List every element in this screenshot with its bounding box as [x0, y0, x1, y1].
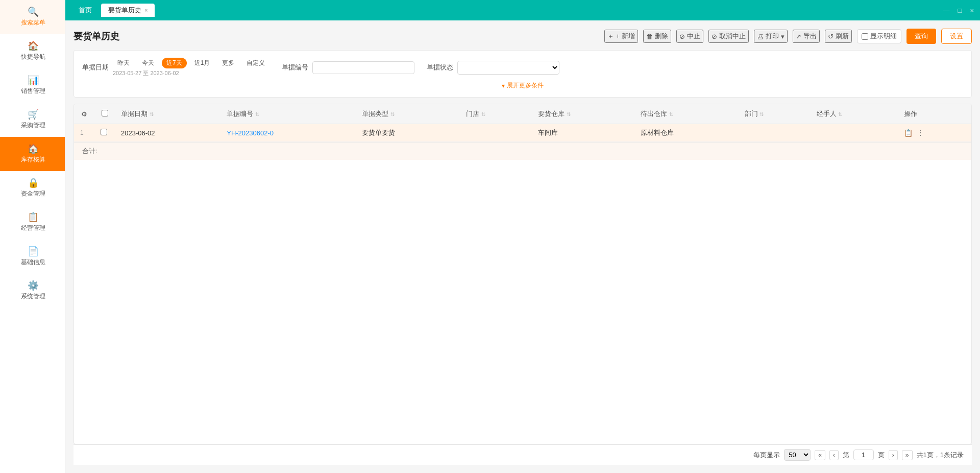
table-footer: 合计: — [74, 142, 971, 160]
refresh-button[interactable]: ↺ 刷新 — [825, 30, 852, 43]
sidebar-item-system[interactable]: ⚙️ 系统管理 — [0, 274, 65, 308]
sidebar-item-label: 基础信息 — [21, 258, 45, 267]
doc-status-select[interactable] — [457, 61, 559, 75]
date-filter-label: 单据日期 — [82, 63, 109, 72]
sidebar: 🔍 搜索菜单 🏠 快捷导航 📊 销售管理 🛒 采购管理 🏠 库存核算 🔒 资金管… — [0, 0, 65, 473]
per-page-select[interactable]: 50 10 20 100 — [784, 449, 811, 461]
sort-date-icon: ⇅ — [150, 111, 154, 117]
row-handler — [811, 124, 898, 142]
col-handler-label: 经手人 — [817, 110, 837, 117]
sort-handler-icon: ⇅ — [838, 111, 842, 117]
sidebar-item-finance[interactable]: 🔒 资金管理 — [0, 171, 65, 205]
col-settings[interactable]: ⚙ — [74, 104, 94, 124]
doc-status-filter-group: 单据状态 — [427, 61, 559, 75]
date-btn-yesterday[interactable]: 昨天 — [113, 58, 134, 68]
close-button[interactable]: × — [970, 7, 974, 14]
expand-label: 展开更多条件 — [507, 81, 544, 90]
date-btn-7days[interactable]: 近7天 — [162, 58, 187, 68]
query-button[interactable]: 查询 — [906, 29, 936, 44]
sort-number-icon: ⇅ — [255, 111, 259, 117]
sidebar-item-sales[interactable]: 📊 销售管理 — [0, 68, 65, 103]
main-area: 首页 要货单历史 × — □ × 要货单历史 ＋ + 新增 🗑 删除 — [65, 0, 980, 473]
per-page-label: 每页显示 — [753, 451, 780, 460]
tab-close-button[interactable]: × — [144, 7, 148, 13]
sidebar-item-label: 资金管理 — [21, 190, 45, 198]
col-actions: 操作 — [898, 104, 971, 124]
display-detail-checkbox[interactable] — [862, 33, 868, 40]
col-store[interactable]: 门店 ⇅ — [460, 104, 532, 124]
col-department-label: 部门 — [745, 110, 758, 117]
refresh-label: 刷新 — [836, 32, 849, 41]
col-number[interactable]: 单据编号 ⇅ — [220, 104, 356, 124]
table-container: ⚙ 单据日期 ⇅ 单据编号 ⇅ 单据类型 — [74, 104, 972, 444]
col-pending-warehouse-label: 待出仓库 — [641, 110, 667, 117]
stop-button[interactable]: ⊘ 中止 — [676, 30, 703, 43]
col-handler[interactable]: 经手人 ⇅ — [811, 104, 898, 124]
print-label: 打印 — [766, 32, 779, 41]
new-button[interactable]: ＋ + 新增 — [604, 30, 639, 43]
row-pending-warehouse: 原材料仓库 — [634, 124, 739, 142]
sidebar-item-label: 经营管理 — [21, 224, 45, 232]
col-date[interactable]: 单据日期 ⇅ — [115, 104, 220, 124]
inventory-icon: 🏠 — [28, 144, 39, 153]
date-btn-more[interactable]: 更多 — [217, 58, 239, 68]
filter-panel: 单据日期 昨天 今天 近7天 近1月 更多 自定义 2023-05-27 至 2… — [74, 50, 972, 98]
minimize-button[interactable]: — — [943, 7, 950, 14]
row-actions: 📋 ⋮ — [898, 124, 971, 142]
sales-icon: 📊 — [28, 76, 39, 85]
date-btn-today[interactable]: 今天 — [137, 58, 159, 68]
row-more-icon[interactable]: ⋮ — [917, 129, 924, 137]
select-all-checkbox[interactable] — [102, 110, 108, 116]
date-filter-group: 单据日期 昨天 今天 近7天 近1月 更多 自定义 2023-05-27 至 2… — [82, 58, 270, 77]
delete-button[interactable]: 🗑 删除 — [643, 30, 671, 43]
print-icon: 🖨 — [757, 33, 764, 40]
row-num: 1 — [74, 124, 94, 142]
sidebar-item-quick-nav[interactable]: 🏠 快捷导航 — [0, 34, 65, 68]
display-detail-button[interactable]: 显示明细 — [857, 29, 901, 43]
col-type[interactable]: 单据类型 ⇅ — [356, 104, 460, 124]
window-controls: — □ × — [943, 7, 974, 14]
export-icon: ↗ — [796, 33, 801, 40]
system-icon: ⚙️ — [28, 281, 39, 290]
col-pending-warehouse[interactable]: 待出仓库 ⇅ — [634, 104, 739, 124]
date-btn-1month[interactable]: 近1月 — [190, 58, 215, 68]
row-edit-icon[interactable]: 📋 — [904, 129, 913, 137]
col-type-label: 单据类型 — [362, 110, 388, 117]
sort-store-icon: ⇅ — [481, 111, 485, 117]
tab-home-label: 首页 — [79, 6, 92, 15]
settings-button[interactable]: 设置 — [941, 29, 972, 44]
pagination-bar: 每页显示 50 10 20 100 « ‹ 第 页 › » 共1页，1条记录 — [74, 444, 972, 465]
sidebar-item-basic-info[interactable]: 📄 基础信息 — [0, 240, 65, 274]
page-title: 要货单历史 — [74, 30, 119, 42]
total-info: 共1页，1条记录 — [917, 451, 964, 460]
cancel-stop-button[interactable]: ⊘ 取消中止 — [708, 30, 749, 43]
doc-number-input[interactable] — [312, 61, 414, 74]
toolbar: ＋ + 新增 🗑 删除 ⊘ 中止 ⊘ 取消中止 🖨 打印 — [604, 29, 972, 44]
first-page-button[interactable]: « — [815, 450, 825, 460]
export-button[interactable]: ↗ 导出 — [793, 30, 820, 43]
sidebar-item-search-menu[interactable]: 🔍 搜索菜单 — [0, 0, 65, 34]
tab-active[interactable]: 要货单历史 × — [101, 4, 155, 17]
sidebar-item-purchase[interactable]: 🛒 采购管理 — [0, 103, 65, 137]
last-page-button[interactable]: » — [902, 450, 913, 460]
total-label: 合计: — [82, 147, 97, 156]
col-req-warehouse[interactable]: 要货仓库 ⇅ — [532, 104, 634, 124]
col-department[interactable]: 部门 ⇅ — [739, 104, 811, 124]
sidebar-item-operations[interactable]: 📋 经营管理 — [0, 205, 65, 240]
maximize-button[interactable]: □ — [958, 7, 962, 14]
expand-more-button[interactable]: ▾ 展开更多条件 — [82, 81, 963, 90]
prev-page-button[interactable]: ‹ — [829, 450, 839, 460]
purchase-icon: 🛒 — [28, 110, 39, 119]
date-btn-custom[interactable]: 自定义 — [242, 58, 270, 68]
next-page-button[interactable]: › — [889, 450, 898, 460]
tab-home[interactable]: 首页 — [71, 4, 99, 17]
topbar: 首页 要货单历史 × — □ × — [65, 0, 980, 20]
page-input[interactable] — [853, 450, 874, 460]
row-number-link[interactable]: YH-20230602-0 — [227, 129, 274, 137]
new-label: + 新增 — [616, 32, 635, 41]
sidebar-item-inventory[interactable]: 🏠 库存核算 — [0, 137, 65, 171]
expand-icon: ▾ — [502, 82, 505, 89]
print-dropdown-icon: ▾ — [781, 33, 785, 40]
quick-nav-icon: 🏠 — [28, 41, 39, 51]
print-button[interactable]: 🖨 打印 ▾ — [754, 30, 788, 43]
